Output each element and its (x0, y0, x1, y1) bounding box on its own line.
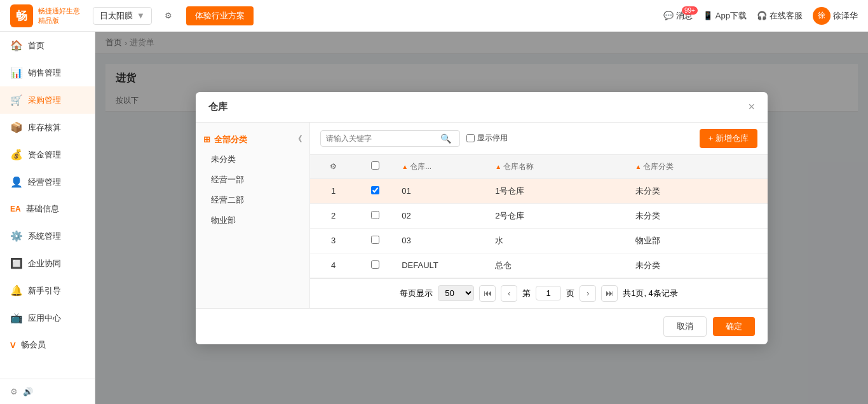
row-num: 4 (310, 253, 356, 278)
category-item-ops2[interactable]: 经营二部 (196, 190, 309, 210)
row-category: 未分类 (628, 178, 768, 203)
first-page-button[interactable]: ⏮ (479, 285, 496, 302)
warehouse-table: ⚙ ▲ 仓库... (310, 155, 768, 278)
sidebar-item-home[interactable]: 🏠 首页 (0, 32, 95, 59)
sidebar-item-enterprise[interactable]: 🔲 企业协同 (0, 250, 95, 277)
sort-code-icon[interactable]: ▲ (402, 163, 408, 170)
operations-icon: 👤 (10, 176, 23, 188)
col-settings-header: ⚙ (310, 155, 356, 179)
home-icon: 🏠 (10, 39, 23, 51)
row-checkbox[interactable] (371, 211, 379, 219)
category-all-label[interactable]: 全部分类 (214, 134, 247, 145)
last-page-button[interactable]: ⏭ (601, 285, 618, 302)
app-icon: 📱 (703, 11, 713, 20)
sidebar-item-purchase[interactable]: 🛒 采购管理 (0, 86, 95, 114)
sales-icon: 📊 (10, 67, 23, 79)
col-code-header: ▲ 仓库... (394, 155, 487, 179)
gear-icon[interactable]: ⚙ (158, 6, 179, 26)
row-code: 02 (394, 203, 487, 228)
pagination: 每页显示 50 10 20 100 ⏮ ‹ 第 页 (310, 278, 768, 308)
sidebar-item-sales[interactable]: 📊 销售管理 (0, 59, 95, 86)
app-download-button[interactable]: 📱 App下载 (703, 10, 747, 22)
row-num: 2 (310, 203, 356, 228)
disabled-toggle[interactable] (466, 134, 475, 142)
warehouse-modal: 仓库 × ⊞ 全部分类 《 未分类 经营一部 经营二部 (196, 92, 768, 344)
row-checkbox[interactable] (371, 236, 379, 244)
app-logo: 畅 (10, 4, 33, 27)
row-checkbox-cell (356, 228, 394, 253)
row-checkbox-cell (356, 178, 394, 203)
table-toolbar: 🔍 显示停用 + 新增仓库 (310, 123, 768, 155)
sidebar-item-finance[interactable]: 💰 资金管理 (0, 141, 95, 168)
add-warehouse-button[interactable]: + 新增仓库 (700, 129, 757, 148)
cancel-button[interactable]: 取消 (663, 316, 707, 337)
row-code: 03 (394, 228, 487, 253)
row-checkbox[interactable] (371, 186, 379, 194)
trial-button[interactable]: 体验行业方案 (186, 6, 254, 25)
collapse-category-button[interactable]: 《 (294, 134, 302, 145)
sidebar: 🏠 首页 📊 销售管理 🛒 采购管理 📦 库存核算 💰 资金管理 👤 经营管理 … (0, 32, 95, 404)
col-checkbox-header (356, 155, 394, 179)
enterprise-icon: 🔲 (10, 257, 23, 269)
online-service-button[interactable]: 🎧 在线客服 (757, 10, 803, 22)
row-code: 01 (394, 178, 487, 203)
confirm-button[interactable]: 确定 (713, 317, 755, 336)
search-input[interactable] (326, 134, 440, 143)
sidebar-item-inventory[interactable]: 📦 库存核算 (0, 114, 95, 141)
row-checkbox[interactable] (371, 260, 379, 269)
row-name: 2号仓库 (487, 203, 627, 228)
row-name: 1号仓库 (487, 178, 627, 203)
category-item-property[interactable]: 物业部 (196, 210, 309, 231)
user-menu[interactable]: 徐 徐泽华 (813, 7, 858, 25)
per-page-select[interactable]: 50 10 20 100 (438, 285, 474, 301)
sort-category-icon[interactable]: ▲ (635, 163, 642, 170)
basic-icon: EA (10, 205, 21, 213)
row-checkbox-cell (356, 253, 394, 278)
topbar: 畅 畅捷通好生意 精品版 日太阳膜 ▼ ⚙ 体验行业方案 💬 消息 99+ 📱 … (0, 0, 868, 32)
show-disabled-checkbox[interactable]: 显示停用 (466, 133, 508, 144)
category-panel: ⊞ 全部分类 《 未分类 经营一部 经营二部 物业部 (196, 123, 310, 308)
select-all-checkbox[interactable] (371, 161, 379, 170)
table-row[interactable]: 3 03 水 物业部 (310, 228, 768, 253)
table-row[interactable]: 1 01 1号仓库 未分类 (310, 178, 768, 203)
category-header: ⊞ 全部分类 《 (196, 130, 309, 149)
sidebar-item-guide[interactable]: 🔔 新手引导 (0, 277, 95, 304)
store-selector[interactable]: 日太阳膜 ▼ (93, 7, 152, 25)
modal-footer: 取消 确定 (196, 308, 768, 344)
member-icon: V (10, 340, 16, 350)
row-name: 水 (487, 228, 627, 253)
table-row[interactable]: 2 02 2号仓库 未分类 (310, 203, 768, 228)
row-category: 未分类 (628, 203, 768, 228)
sidebar-item-member[interactable]: V 畅会员 (0, 332, 95, 358)
settings-bottom-icon[interactable]: ⚙ (10, 387, 18, 396)
sidebar-item-operations[interactable]: 👤 经营管理 (0, 168, 95, 196)
next-page-button[interactable]: › (580, 285, 596, 302)
page-label: 第 (522, 288, 531, 299)
table-row[interactable]: 4 DEFAULT 总仓 未分类 (310, 253, 768, 278)
category-item-unclassified[interactable]: 未分类 (196, 149, 309, 170)
category-item-ops1[interactable]: 经营一部 (196, 170, 309, 190)
sidebar-item-app-center[interactable]: 📺 应用中心 (0, 304, 95, 332)
modal-header: 仓库 × (196, 92, 768, 123)
modal-close-button[interactable]: × (748, 101, 755, 112)
finance-icon: 💰 (10, 149, 23, 161)
row-checkbox-cell (356, 203, 394, 228)
row-category: 物业部 (628, 228, 768, 253)
volume-icon[interactable]: 🔊 (23, 387, 33, 396)
sort-name-icon[interactable]: ▲ (495, 163, 501, 170)
sidebar-item-basic[interactable]: EA 基础信息 (0, 196, 95, 222)
table-panel: 🔍 显示停用 + 新增仓库 (310, 123, 768, 308)
row-num: 1 (310, 178, 356, 203)
col-name-header: ▲ 仓库名称 (487, 155, 627, 179)
sidebar-item-system[interactable]: ⚙️ 系统管理 (0, 222, 95, 250)
messages-button[interactable]: 💬 消息 99+ (663, 10, 693, 22)
modal-body: ⊞ 全部分类 《 未分类 经营一部 经营二部 物业部 (196, 123, 768, 308)
search-icon[interactable]: 🔍 (440, 133, 451, 144)
topbar-right: 💬 消息 99+ 📱 App下载 🎧 在线客服 徐 徐泽华 (663, 7, 858, 25)
prev-page-button[interactable]: ‹ (501, 285, 517, 302)
grid-icon: ⊞ (203, 135, 210, 144)
search-box: 🔍 (320, 130, 460, 147)
per-page-label: 每页显示 (400, 288, 433, 299)
row-code: DEFAULT (394, 253, 487, 278)
page-number-input[interactable] (536, 286, 561, 300)
